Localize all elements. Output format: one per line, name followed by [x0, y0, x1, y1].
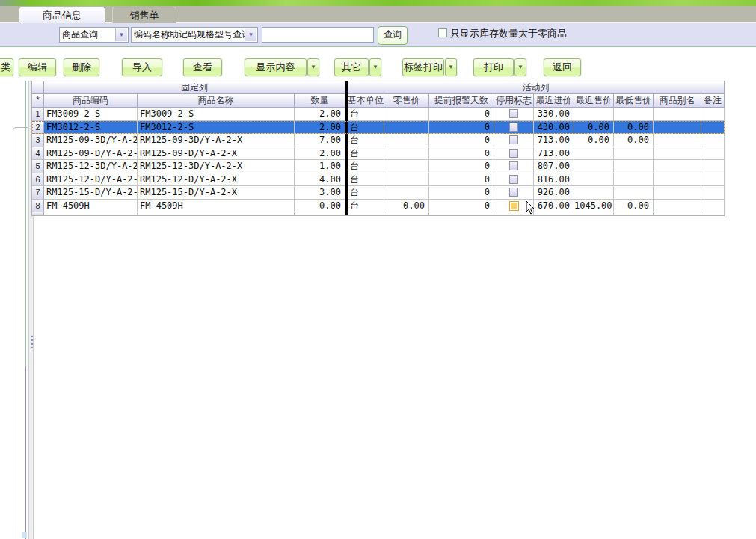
print-dropdown-icon[interactable]: ▼	[514, 58, 526, 76]
cell-lo[interactable]: 0.00	[614, 134, 654, 147]
cell-name[interactable]: FM3009-2-S	[138, 108, 295, 121]
cell-disabled[interactable]	[494, 160, 534, 173]
other-dropdown-icon[interactable]: ▼	[369, 58, 381, 76]
cell-ls[interactable]	[574, 186, 614, 200]
cell-unit[interactable]: 台	[348, 108, 384, 121]
cell-unit[interactable]: 台	[348, 134, 384, 147]
column-header-unit[interactable]: 基本单位	[348, 94, 384, 108]
cell-alarm[interactable]: 0	[429, 173, 494, 187]
cell-lp[interactable]: 807.00	[534, 160, 574, 173]
disabled-flag-checkbox[interactable]	[509, 123, 518, 132]
cell-ls[interactable]	[574, 160, 614, 173]
column-header-disabled[interactable]: 停用标志	[494, 94, 534, 108]
cell-disabled[interactable]	[494, 147, 534, 161]
cell-ls[interactable]: 0.00	[574, 134, 614, 147]
cell-retail[interactable]	[384, 134, 429, 147]
cell-lp[interactable]: 670.00	[534, 200, 574, 213]
cell-note[interactable]	[701, 147, 725, 161]
cell-retail[interactable]	[384, 108, 429, 121]
cell-num[interactable]: 6	[32, 173, 44, 187]
cell-note[interactable]	[701, 108, 725, 121]
cell-lo[interactable]	[614, 108, 654, 121]
cell-num[interactable]: 8	[32, 200, 44, 213]
cell-alias[interactable]	[654, 108, 701, 121]
column-header-num[interactable]: *	[32, 94, 44, 108]
cell-name[interactable]: RM125-12-D/Y-A-2-X	[138, 173, 295, 187]
search-input[interactable]	[262, 27, 374, 43]
label-print-button[interactable]: 标签打印	[402, 58, 444, 76]
cell-lp[interactable]: 926.00	[534, 186, 574, 200]
cell-alarm[interactable]: 0	[429, 147, 494, 161]
cell-disabled[interactable]	[494, 134, 534, 147]
cell-num[interactable]: 4	[32, 147, 44, 161]
cell-unit[interactable]: 台	[348, 200, 384, 213]
cell-alarm[interactable]: 0	[429, 134, 494, 147]
cell-lp[interactable]: 713.00	[534, 134, 574, 147]
cell-code[interactable]: FM-4509H	[44, 200, 138, 213]
disabled-flag-checkbox[interactable]	[509, 135, 518, 144]
cell-lp[interactable]: 430.00	[534, 121, 574, 135]
cell-unit[interactable]: 台	[348, 147, 384, 161]
cell-qty[interactable]: 2.00	[295, 108, 345, 121]
cell-name[interactable]: RM125-09-3D/Y-A-2-X	[138, 134, 295, 147]
column-header-ls[interactable]: 最近售价	[574, 94, 614, 108]
cell-retail[interactable]	[384, 147, 429, 161]
column-header-note[interactable]: 备注	[701, 94, 725, 108]
cell-name[interactable]: RM125-09-D/Y-A-2-X	[138, 147, 295, 161]
cell-note[interactable]	[701, 121, 725, 135]
tab-product-info[interactable]: 商品信息	[19, 7, 105, 24]
cell-code[interactable]: RM125-12-3D/Y-A-2-X	[44, 160, 138, 173]
column-header-qty[interactable]: 数量	[295, 94, 345, 108]
disabled-flag-checkbox[interactable]	[509, 175, 518, 184]
cell-code[interactable]: RM125-12-D/Y-A-2-X	[44, 173, 138, 187]
cell-qty[interactable]: 2.00	[295, 147, 345, 161]
cell-retail[interactable]	[384, 186, 429, 200]
import-button[interactable]: 导入	[122, 58, 162, 76]
display-content-button[interactable]: 显示内容	[245, 58, 307, 76]
cell-alarm[interactable]: 0	[429, 186, 494, 200]
cell-qty[interactable]: 7.00	[295, 134, 345, 147]
cell-qty[interactable]: 0.00	[295, 200, 345, 213]
cell-unit[interactable]: 台	[348, 173, 384, 187]
table-row[interactable]: 6RM125-12-D/Y-A-2-XRM125-12-D/Y-A-2-X4.0…	[32, 173, 725, 187]
cell-lo[interactable]	[614, 147, 654, 161]
cell-unit[interactable]: 台	[348, 160, 384, 173]
column-header-lo[interactable]: 最低售价	[614, 94, 654, 108]
view-button[interactable]: 查看	[183, 58, 222, 76]
cell-unit[interactable]: 台	[348, 186, 384, 200]
cell-num[interactable]: 5	[32, 160, 44, 173]
table-row[interactable]: 7RM125-15-D/Y-A-2-XRM125-15-D/Y-A-2-X3.0…	[32, 186, 725, 200]
cell-qty[interactable]: 4.00	[295, 173, 345, 187]
only-positive-stock-label[interactable]: 只显示库存数量大于零商品	[450, 28, 567, 40]
cell-qty[interactable]: 1.00	[295, 160, 345, 173]
cell-lo[interactable]	[614, 173, 654, 187]
cell-code[interactable]: FM3012-2-S	[44, 121, 138, 135]
cell-num[interactable]: 2	[32, 121, 44, 135]
only-positive-stock-checkbox[interactable]	[438, 28, 447, 37]
disabled-flag-checkbox[interactable]	[509, 161, 518, 170]
column-header-lp[interactable]: 最近进价	[534, 94, 574, 108]
column-header-retail[interactable]: 零售价	[384, 94, 429, 108]
cell-note[interactable]	[701, 200, 725, 213]
cell-alarm[interactable]: 0	[429, 160, 494, 173]
cell-alias[interactable]	[654, 121, 701, 135]
label-print-dropdown-icon[interactable]: ▼	[445, 58, 457, 76]
cell-num[interactable]: 3	[32, 134, 44, 147]
column-header-name[interactable]: 商品名称	[138, 94, 295, 108]
cell-code[interactable]: FM3009-2-S	[44, 108, 138, 121]
cell-disabled[interactable]	[494, 173, 534, 187]
cell-alias[interactable]	[654, 134, 701, 147]
cell-name[interactable]: RM125-15-D/Y-A-2-X	[138, 186, 295, 200]
disabled-flag-checkbox[interactable]	[509, 201, 519, 211]
cell-disabled[interactable]	[494, 121, 534, 135]
cell-lp[interactable]: 713.00	[534, 147, 574, 161]
cell-note[interactable]	[701, 173, 725, 187]
cell-qty[interactable]: 3.00	[295, 186, 345, 200]
cell-name[interactable]: RM125-12-3D/Y-A-2-X	[138, 160, 295, 173]
cell-code[interactable]: RM125-09-3D/Y-A-2-X	[44, 134, 138, 147]
cell-note[interactable]	[701, 186, 725, 200]
cell-retail[interactable]	[384, 160, 429, 173]
cell-alarm[interactable]: 0	[429, 200, 494, 213]
delete-button[interactable]: 删除	[64, 58, 99, 76]
cell-alias[interactable]	[654, 186, 701, 200]
